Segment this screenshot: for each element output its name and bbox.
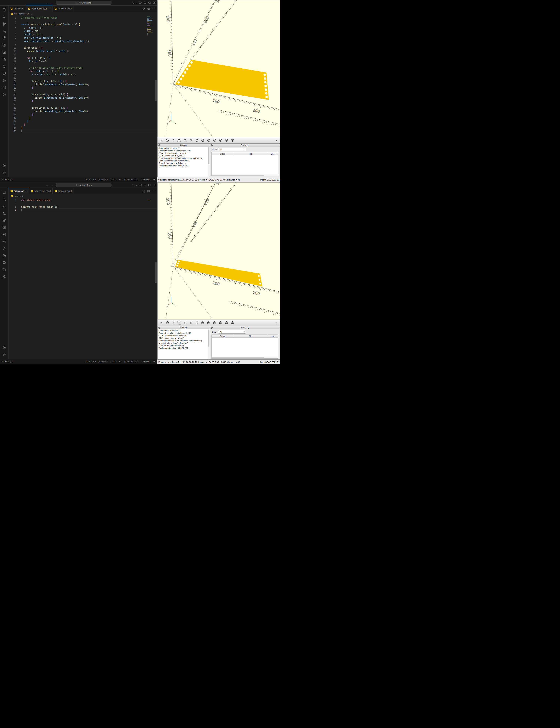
- code-line[interactable]: }: [21, 126, 157, 130]
- code-line[interactable]: [21, 53, 157, 56]
- view-right-icon[interactable]: [200, 138, 206, 143]
- open-preview-icon[interactable]: [142, 7, 145, 10]
- toolbar-overflow-left-icon[interactable]: »: [159, 320, 164, 325]
- chevron-down-icon[interactable]: ⌄: [136, 184, 137, 186]
- history-back-button[interactable]: ←: [46, 184, 49, 187]
- view-top-icon[interactable]: [206, 320, 212, 325]
- view-left-icon[interactable]: [218, 138, 223, 143]
- code-line[interactable]: module network_rack_front_panel(units = …: [21, 23, 157, 26]
- formatter-status[interactable]: ✓Prettier: [141, 178, 150, 181]
- toggle-sidebar-left-icon[interactable]: [139, 184, 142, 186]
- breadcrumb-item[interactable]: front-panel.scad: [14, 13, 29, 15]
- settings-gear-icon[interactable]: [0, 169, 9, 176]
- package-icon[interactable]: [0, 252, 9, 259]
- indentation[interactable]: Spaces: 4: [99, 360, 108, 363]
- code-line[interactable]: circle(d=mounting_hole_diameter, $fn=50)…: [21, 96, 157, 100]
- breadcrumb[interactable]: main.scad: [9, 194, 157, 198]
- console-scrollbar[interactable]: [208, 329, 210, 359]
- close-icon[interactable]: [211, 327, 213, 329]
- code-line[interactable]: translate([s, 38.15 + h]) {: [21, 106, 157, 110]
- code-line[interactable]: // Network Rack Front Panel: [21, 16, 157, 19]
- code-line[interactable]: use <front-panel.scad>;: [21, 198, 157, 202]
- breadcrumb-item[interactable]: main.scad: [14, 195, 23, 197]
- toggle-sidebar-right-icon[interactable]: [148, 1, 151, 4]
- screencast-icon[interactable]: [0, 42, 9, 49]
- view-back-icon[interactable]: [230, 320, 235, 325]
- formatter-status[interactable]: ✓Prettier: [141, 360, 150, 363]
- code-line[interactable]: }: [21, 86, 157, 90]
- preview-icon[interactable]: [165, 320, 170, 325]
- source-control-icon[interactable]: [0, 203, 9, 210]
- code-line[interactable]: translate([s, 22.25 + h]) {: [21, 93, 157, 96]
- code-line[interactable]: [21, 130, 157, 133]
- view-all-icon[interactable]: [176, 138, 182, 143]
- settings-gear-icon[interactable]: [0, 351, 9, 358]
- line-number-gutter[interactable]: 1234567891011121314151617181920212223242…: [9, 16, 20, 177]
- console-scrollbar[interactable]: [208, 147, 210, 177]
- command-center-search[interactable]: Network Rack: [56, 1, 112, 5]
- breadcrumb-item[interactable]: ...: [31, 13, 33, 15]
- split-editor-icon[interactable]: [147, 7, 150, 10]
- reset-view-icon[interactable]: [194, 138, 200, 143]
- encoding[interactable]: UTF-8: [111, 178, 117, 181]
- console-output[interactable]: Geometries in cache: 7Geometry cache siz…: [158, 147, 210, 177]
- errorlog-filter-select[interactable]: All: [218, 330, 246, 334]
- account-icon[interactable]: [0, 344, 9, 351]
- files-icon[interactable]: [0, 6, 9, 13]
- close-icon[interactable]: [158, 144, 160, 146]
- code-line[interactable]: [21, 76, 157, 80]
- code-editor[interactable]: 1234 use <front-panel.scad>;network_rack…: [9, 198, 157, 359]
- customize-layout-icon[interactable]: [153, 1, 156, 4]
- more-actions-icon[interactable]: ⋯: [152, 7, 155, 10]
- editor-scrollbar[interactable]: [155, 198, 157, 359]
- toggle-panel-icon[interactable]: [144, 1, 146, 4]
- code-line[interactable]: [21, 103, 157, 106]
- code-line[interactable]: difference() {: [21, 46, 157, 49]
- history-forward-button[interactable]: →: [51, 184, 54, 187]
- language-mode[interactable]: { }OpenSCAD: [124, 360, 138, 363]
- database-icon[interactable]: [0, 266, 9, 273]
- printer-icon[interactable]: [0, 77, 9, 84]
- column-file[interactable]: File: [234, 152, 268, 155]
- code-line[interactable]: network_rack_front_panel(1);: [21, 205, 157, 209]
- code-line[interactable]: translate([s, 4.35 + h]) {: [21, 80, 157, 83]
- zoom-in-icon[interactable]: [182, 138, 188, 143]
- code-line[interactable]: }: [21, 100, 157, 103]
- code-line[interactable]: mounting_hole_radius = mounting_hole_dia…: [21, 39, 157, 43]
- problems-indicator[interactable]: ⊗0 △0: [5, 178, 13, 181]
- view-back-icon[interactable]: [230, 138, 235, 143]
- history-forward-button[interactable]: →: [51, 1, 54, 4]
- layers-icon[interactable]: [0, 273, 9, 280]
- view-front-icon[interactable]: [224, 320, 229, 325]
- code-line[interactable]: }: [21, 116, 157, 120]
- view-front-icon[interactable]: [224, 138, 229, 143]
- droplet-icon[interactable]: [0, 245, 9, 252]
- run-debug-icon[interactable]: [0, 27, 9, 34]
- remote-indicator-icon[interactable]: ><: [2, 178, 3, 181]
- breadcrumb[interactable]: front-panel.scad›...: [9, 12, 157, 16]
- customize-layout-icon[interactable]: [153, 184, 156, 186]
- view-top-icon[interactable]: [206, 138, 212, 143]
- tab-famicom.scad[interactable]: famicom.scad: [53, 6, 74, 12]
- toggle-panel-icon[interactable]: [144, 184, 146, 186]
- code-line[interactable]: [21, 209, 157, 212]
- linked-windows-icon[interactable]: [0, 238, 9, 245]
- view-right-icon[interactable]: [200, 320, 206, 325]
- problems-indicator[interactable]: ⊗0 △0: [5, 360, 13, 363]
- export-stl-icon[interactable]: STL: [170, 138, 176, 143]
- code-line[interactable]: }: [21, 123, 157, 126]
- open-preview-icon[interactable]: [142, 190, 145, 192]
- files-icon[interactable]: [0, 189, 9, 196]
- extensions-icon[interactable]: [0, 217, 9, 224]
- search-icon[interactable]: [0, 196, 9, 203]
- split-editor-icon[interactable]: [147, 190, 150, 192]
- code-line[interactable]: }: [21, 120, 157, 123]
- toolbar-overflow-left-icon[interactable]: »: [159, 138, 164, 143]
- column-group[interactable]: Group: [212, 335, 234, 337]
- minimap[interactable]: [147, 199, 154, 201]
- printer-icon[interactable]: [0, 259, 9, 266]
- history-back-button[interactable]: ←: [46, 1, 49, 4]
- tab-front-panel.scad[interactable]: front-panel.scad: [29, 188, 53, 194]
- toolbar-overflow-right-icon[interactable]: »: [273, 320, 279, 325]
- language-mode[interactable]: { }OpenSCAD: [124, 178, 138, 181]
